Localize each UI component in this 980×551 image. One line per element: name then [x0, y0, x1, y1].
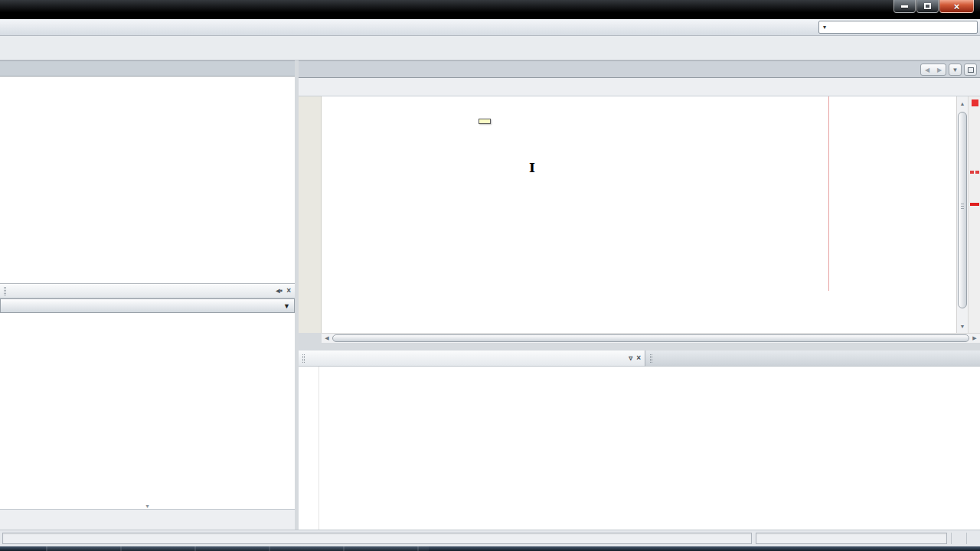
editor-tab-row: ◀▶ ▼ [299, 61, 980, 78]
panel-grip [650, 354, 652, 363]
main-toolbar [0, 36, 980, 60]
minimize-panel-icon[interactable]: ▿ [629, 354, 632, 362]
navigator-tree [0, 313, 295, 503]
scroll-right-icon[interactable]: ▶ [969, 334, 980, 343]
error-stripe-mark[interactable] [970, 171, 974, 174]
tasks-tab[interactable] [645, 350, 980, 367]
panel-grip [4, 287, 6, 295]
editor-vertical-scrollbar[interactable]: ▲ ▼ [956, 96, 968, 333]
editor-toolbar [299, 78, 980, 96]
error-stripe-mark[interactable] [970, 203, 979, 206]
window-controls: × [893, 0, 974, 13]
error-stripe-status [972, 99, 978, 106]
editor-horizontal-scrollbar[interactable]: ◀ ▶ [322, 333, 980, 343]
editor-gutter[interactable] [299, 96, 322, 333]
insert-mode-indicator [966, 533, 978, 544]
scroll-left-icon[interactable]: ◀ [322, 334, 332, 343]
error-stripe[interactable] [968, 96, 980, 333]
menu-bar: ▾ [0, 19, 980, 36]
code-editor[interactable]: I ▲ ▼ [299, 96, 980, 333]
right-margin-line [828, 96, 829, 291]
windows-taskbar-sliver [0, 546, 980, 551]
status-bar [0, 530, 980, 546]
error-stripe-mark[interactable] [975, 171, 979, 174]
netbeans-window: × ▾ ◂▪ × ▼ [0, 0, 980, 551]
tab-list-dropdown-button[interactable]: ▼ [949, 64, 962, 76]
minimize-button[interactable] [893, 0, 916, 13]
output-tab[interactable]: ▿ × [299, 350, 645, 367]
text-cursor: I [529, 161, 535, 175]
search-scope-arrow-icon[interactable]: ▾ [823, 24, 826, 31]
projects-tree [0, 77, 295, 283]
main-area: ◂▪ × ▼ ▾ ◀▶ ▼ [0, 60, 980, 530]
navigator-header[interactable]: ◂▪ × [0, 283, 295, 298]
restore-icon [924, 3, 931, 9]
output-body [299, 367, 980, 530]
output-console[interactable] [319, 367, 980, 530]
title-bar: × [0, 0, 980, 19]
tab-scroll-buttons[interactable]: ◀▶ [920, 64, 946, 76]
navigator-view-select[interactable]: ▼ [0, 298, 295, 313]
quick-search[interactable]: ▾ [818, 21, 978, 34]
scroll-up-icon[interactable]: ▲ [958, 98, 967, 109]
minimize-panel-icon[interactable]: ◂▪ [276, 287, 283, 295]
horizontal-splitter[interactable] [299, 343, 980, 350]
navigator-collapse-handle[interactable]: ▾ [0, 503, 295, 509]
close-button[interactable]: × [939, 0, 974, 13]
minimize-icon [901, 5, 908, 8]
status-message-area [2, 533, 752, 544]
editor-text-area[interactable]: I [299, 96, 956, 333]
restore-button[interactable] [916, 0, 939, 13]
close-icon: × [954, 2, 960, 11]
navigator-filter-toolbar [0, 509, 295, 530]
maximize-icon [968, 67, 974, 73]
vertical-scroll-thumb[interactable] [958, 112, 967, 308]
output-panel: ▿ × [299, 350, 980, 530]
scroll-tabs-right-icon[interactable]: ▶ [933, 64, 946, 75]
close-panel-icon[interactable]: × [636, 354, 641, 362]
editor-column: ◀▶ ▼ I [299, 60, 980, 530]
horizontal-scroll-thumb[interactable] [332, 334, 969, 342]
caret-position [951, 533, 962, 544]
maximize-editor-button[interactable] [964, 64, 977, 76]
chevron-down-icon: ▼ [283, 302, 290, 310]
output-button-strip [299, 367, 319, 530]
output-header: ▿ × [299, 350, 980, 367]
editor-tab-controls: ◀▶ ▼ [920, 64, 977, 76]
scroll-tabs-left-icon[interactable]: ◀ [921, 64, 933, 75]
error-tooltip [479, 119, 491, 124]
panel-grip [302, 354, 305, 363]
close-panel-icon[interactable]: × [286, 287, 291, 295]
scroll-down-icon[interactable]: ▼ [958, 321, 967, 331]
search-input[interactable] [828, 22, 974, 33]
left-panels: ◂▪ × ▼ ▾ [0, 60, 295, 530]
status-secondary-area [756, 533, 947, 544]
explorer-tab-row [0, 61, 295, 77]
